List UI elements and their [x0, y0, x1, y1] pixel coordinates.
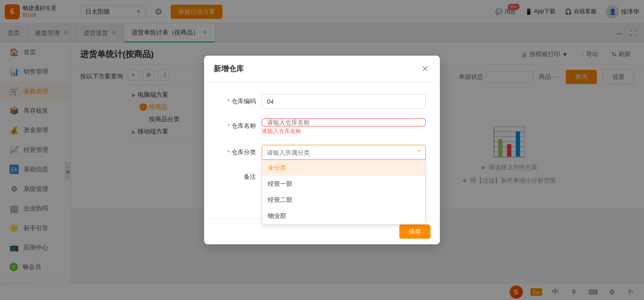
warehouse-name-input-wrap: 请输入仓库名称 [262, 118, 426, 135]
modal-header: 新增仓库 ✕ [204, 56, 440, 83]
modal-title: 新增仓库 [214, 64, 244, 74]
new-warehouse-modal: 新增仓库 ✕ 仓库编码 仓库名称 请输入仓库名称 仓库分类 [204, 56, 440, 244]
category-option-dept2[interactable]: 经营二部 [262, 192, 425, 208]
warehouse-name-input[interactable] [262, 118, 426, 126]
note-label: 备注 [218, 169, 256, 181]
warehouse-category-dropdown: ⌃ 未分类 经营一部 经营二部 物业部 [262, 145, 426, 160]
warehouse-name-label: 仓库名称 [218, 118, 256, 130]
modal-save-btn[interactable]: 保存 [399, 225, 430, 239]
category-option-uncategorized[interactable]: 未分类 [262, 160, 425, 176]
warehouse-category-input[interactable] [262, 145, 426, 160]
category-option-property[interactable]: 物业部 [262, 208, 425, 224]
warehouse-code-input[interactable] [262, 94, 426, 109]
category-option-dept1[interactable]: 经营一部 [262, 176, 425, 192]
modal-close-btn[interactable]: ✕ [419, 63, 430, 75]
warehouse-name-error: 请输入仓库名称 [262, 127, 426, 135]
modal-overlay: 新增仓库 ✕ 仓库编码 仓库名称 请输入仓库名称 仓库分类 [0, 0, 644, 300]
warehouse-name-row: 仓库名称 请输入仓库名称 [218, 118, 426, 135]
warehouse-category-row: 仓库分类 ⌃ 未分类 经营一部 经营二部 物业部 [218, 145, 426, 160]
modal-body: 仓库编码 仓库名称 请输入仓库名称 仓库分类 ⌃ 未分类 [204, 83, 440, 218]
warehouse-code-label: 仓库编码 [218, 94, 256, 106]
category-dropdown-list: 未分类 经营一部 经营二部 物业部 [262, 160, 426, 225]
warehouse-category-label: 仓库分类 [218, 145, 256, 157]
warehouse-code-row: 仓库编码 [218, 94, 426, 109]
category-dropdown-arrow-icon[interactable]: ⌃ [416, 149, 422, 156]
